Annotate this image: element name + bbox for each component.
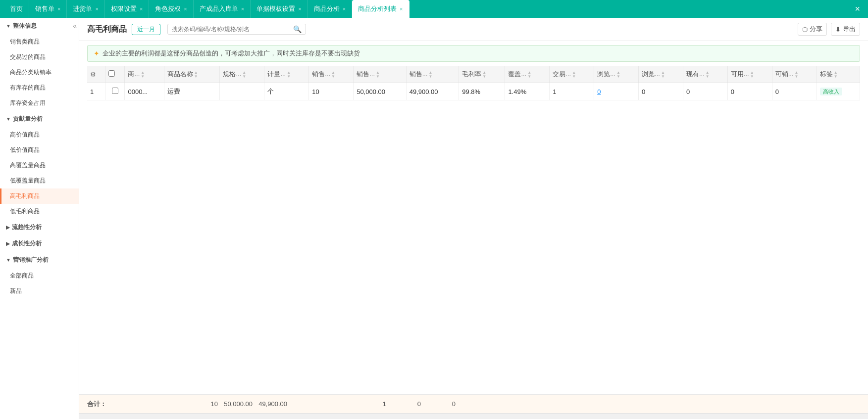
- tip-icon: ✦: [94, 49, 100, 57]
- sidebar-item-1-1[interactable]: 低价值商品: [0, 142, 79, 158]
- sidebar-item-1-5[interactable]: 低毛利商品: [0, 204, 79, 219]
- section-arrow-4: ▼: [6, 257, 11, 263]
- sort-icon-spec[interactable]: ▲▼: [242, 71, 246, 79]
- coverage-cell: 1.49%: [505, 83, 550, 100]
- settings-icon[interactable]: ⚙: [90, 71, 96, 78]
- sort-icon-available_stock[interactable]: ▲▼: [750, 71, 754, 79]
- search-input[interactable]: [172, 26, 293, 33]
- sidebar-item-4-1[interactable]: 新品: [0, 283, 79, 299]
- sort-icon-browse1[interactable]: ▲▼: [616, 71, 620, 79]
- search-box: 🔍: [167, 24, 306, 35]
- sidebar-item-0-4[interactable]: 库存资金占用: [0, 95, 79, 111]
- sort-icon-current_stock[interactable]: ▲▼: [706, 71, 710, 79]
- nav-item-2[interactable]: 进货单×: [67, 0, 104, 18]
- nav-close-icon-7[interactable]: ×: [343, 6, 346, 12]
- sort-icon-sales_qty[interactable]: ▲▼: [331, 71, 335, 79]
- sort-icon-name[interactable]: ▲▼: [194, 71, 198, 79]
- col-header-name[interactable]: 商品名称▲▼: [164, 66, 220, 83]
- sidebar-item-0-2[interactable]: 商品分类助销率: [0, 65, 79, 80]
- nav-item-1[interactable]: 销售单×: [29, 0, 67, 18]
- sidebar-section-header-1[interactable]: ▼贡献量分析: [0, 111, 79, 127]
- section-arrow-0: ▼: [6, 23, 11, 29]
- sidebar-item-1-4[interactable]: 高毛利商品: [0, 188, 79, 204]
- filter-recent-month-button[interactable]: 近一月: [132, 24, 160, 35]
- nav-item-8[interactable]: 商品分析列表×: [352, 0, 409, 18]
- current-stock-cell: 0: [683, 83, 727, 100]
- col-header-settings[interactable]: ⚙: [87, 66, 105, 83]
- sort-icon-coverage[interactable]: ▲▼: [527, 71, 531, 79]
- row-checkbox[interactable]: [112, 88, 118, 94]
- sales-profit-cell: 49,900.00: [406, 83, 459, 100]
- col-header-unit[interactable]: 计量...▲▼: [264, 66, 309, 83]
- gross-margin-cell: 99.8%: [459, 83, 505, 100]
- share-button[interactable]: ⬡ 分享: [798, 23, 827, 36]
- close-all-button[interactable]: ×: [851, 4, 864, 14]
- content-header: 高毛利商品 近一月 🔍 ⬡ 分享 ⬇ 导出: [79, 18, 868, 41]
- nav-close-icon-3[interactable]: ×: [140, 6, 143, 12]
- col-header-current_stock[interactable]: 现有...▲▼: [683, 66, 727, 83]
- table-wrapper[interactable]: ⚙商...▲▼商品名称▲▼规格...▲▼计量...▲▼销售...▲▼销售...▲…: [79, 66, 868, 394]
- col-header-sellable_stock[interactable]: 可销...▲▼: [772, 66, 817, 83]
- data-table: ⚙商...▲▼商品名称▲▼规格...▲▼计量...▲▼销售...▲▼销售...▲…: [87, 66, 860, 100]
- sidebar-item-0-0[interactable]: 销售类商品: [0, 34, 79, 49]
- nav-item-4[interactable]: 角色授权×: [149, 0, 193, 18]
- sidebar-item-0-3[interactable]: 有库存的商品: [0, 80, 79, 95]
- nav-item-0[interactable]: 首页: [4, 0, 29, 18]
- nav-item-6[interactable]: 单据模板设置×: [251, 0, 307, 18]
- nav-item-7[interactable]: 商品分析×: [308, 0, 352, 18]
- col-header-sales_profit[interactable]: 销售...▲▼: [406, 66, 459, 83]
- sort-icon-transaction[interactable]: ▲▼: [572, 71, 576, 79]
- nav-close-icon-1[interactable]: ×: [57, 6, 60, 12]
- col-header-transaction[interactable]: 交易...▲▼: [550, 66, 594, 83]
- sidebar-section-header-4[interactable]: ▼营销推广分析: [0, 252, 79, 268]
- sort-icon-code[interactable]: ▲▼: [141, 71, 145, 79]
- sidebar-item-0-1[interactable]: 交易过的商品: [0, 49, 79, 65]
- footer-sales-amount: 50,000.00: [221, 400, 255, 408]
- col-header-code[interactable]: 商...▲▼: [125, 66, 164, 83]
- sidebar-section-header-0[interactable]: ▼整体信息: [0, 18, 79, 34]
- sort-icon-sales_amount[interactable]: ▲▼: [376, 71, 380, 79]
- tag-badge: 高收入: [820, 88, 842, 95]
- seq-cell: 1: [87, 83, 105, 100]
- footer-available-stock: 0: [424, 400, 459, 408]
- col-header-browse2[interactable]: 浏览...▲▼: [639, 66, 683, 83]
- nav-close-icon-2[interactable]: ×: [95, 6, 98, 12]
- spec-cell: [220, 83, 264, 100]
- col-header-browse1[interactable]: 浏览...▲▼: [594, 66, 639, 83]
- col-header-spec[interactable]: 规格...▲▼: [220, 66, 264, 83]
- nav-close-icon-4[interactable]: ×: [184, 6, 187, 12]
- col-header-tag[interactable]: 标签▲▼: [817, 66, 860, 83]
- nav-close-icon-5[interactable]: ×: [241, 6, 244, 12]
- horizontal-scrollbar[interactable]: [79, 413, 868, 419]
- sort-icon-browse2[interactable]: ▲▼: [661, 71, 665, 79]
- col-header-checkbox[interactable]: [105, 66, 125, 83]
- col-header-gross_margin[interactable]: 毛利率▲▼: [459, 66, 505, 83]
- sidebar-section-header-3[interactable]: ▶成长性分析: [0, 235, 79, 252]
- nav-item-5[interactable]: 产成品入库单×: [194, 0, 251, 18]
- sidebar-item-1-0[interactable]: 高价值商品: [0, 127, 79, 142]
- nav-item-3[interactable]: 权限设置×: [105, 0, 149, 18]
- select-all-checkbox[interactable]: [108, 70, 115, 77]
- sidebar-item-4-0[interactable]: 全部商品: [0, 268, 79, 283]
- browse1-cell[interactable]: 0: [594, 83, 639, 100]
- col-header-sales_amount[interactable]: 销售...▲▼: [354, 66, 407, 83]
- col-header-coverage[interactable]: 覆盖...▲▼: [505, 66, 550, 83]
- col-header-sales_qty[interactable]: 销售...▲▼: [309, 66, 354, 83]
- sidebar-section-header-2[interactable]: ▶流趋性分析: [0, 219, 79, 235]
- sidebar-item-1-3[interactable]: 低覆盖量商品: [0, 173, 79, 188]
- transaction-cell: 1: [550, 83, 594, 100]
- search-icon[interactable]: 🔍: [293, 25, 302, 33]
- nav-close-icon-6[interactable]: ×: [298, 6, 301, 12]
- sort-icon-sales_profit[interactable]: ▲▼: [429, 71, 433, 79]
- col-header-available_stock[interactable]: 可用...▲▼: [727, 66, 772, 83]
- sidebar-section-1: ▼贡献量分析高价值商品低价值商品高覆盖量商品低覆盖量商品高毛利商品低毛利商品: [0, 111, 79, 219]
- sort-icon-gross_margin[interactable]: ▲▼: [482, 71, 486, 79]
- nav-close-icon-8[interactable]: ×: [400, 6, 403, 12]
- sort-icon-tag[interactable]: ▲▼: [834, 71, 838, 79]
- sort-icon-sellable_stock[interactable]: ▲▼: [795, 71, 799, 79]
- export-button[interactable]: ⬇ 导出: [831, 23, 860, 36]
- sort-icon-unit[interactable]: ▲▼: [287, 71, 291, 79]
- sidebar-toggle-button[interactable]: «: [73, 22, 77, 30]
- sidebar-item-1-2[interactable]: 高覆盖量商品: [0, 158, 79, 173]
- checkbox-cell[interactable]: [105, 83, 125, 100]
